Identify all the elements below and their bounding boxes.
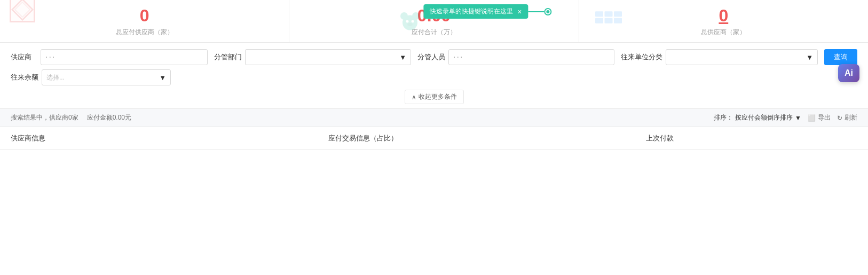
supplier-label: 供应商: [11, 52, 37, 62]
results-summary: 搜索结果中，供应商0家 应付金额0.00元: [11, 113, 131, 122]
unit-category-arrow-icon: ▼: [806, 53, 813, 61]
export-button[interactable]: ⬜ 导出: [808, 113, 831, 122]
results-summary-text: 搜索结果中，供应商0家: [11, 113, 78, 122]
tooltip-balloon: 快速录单的快捷键说明在这里 ×: [423, 4, 528, 19]
table-body: [0, 150, 868, 275]
svg-rect-11: [595, 18, 603, 23]
svg-point-4: [412, 12, 420, 20]
svg-rect-13: [614, 18, 622, 23]
unit-category-select[interactable]: ▼: [666, 49, 818, 65]
filter-row-1: 供应商 ··· 分管部门 ▼ 分管人员 ··· 往来单位分类 ▼: [11, 49, 857, 65]
ai-button[interactable]: Ai: [838, 64, 859, 82]
tooltip-close-button[interactable]: ×: [517, 8, 522, 15]
export-label: 导出: [818, 113, 831, 122]
svg-rect-12: [604, 18, 612, 23]
stats-total-suppliers: 0 总供应商（家）: [579, 0, 868, 42]
department-label: 分管部门: [214, 52, 242, 62]
stats-total-payable-suppliers: 0 总应付供应商（家）: [0, 0, 289, 42]
balance-arrow-icon: ▼: [159, 74, 166, 82]
stats-bar: 0 总应付供应商（家） 快速录单的快捷键说明在这里 × 0.00 应付合计（万）: [0, 0, 868, 43]
table-header: 供应商信息 应付交易信息（占比） 上次付款: [0, 127, 868, 150]
bear-icon: [397, 8, 423, 35]
filter-row-2: 往来余额 选择... ▼: [11, 69, 857, 85]
svg-rect-10: [614, 11, 622, 17]
diamond-icon: [10, 0, 35, 22]
svg-rect-8: [595, 11, 603, 17]
supplier-input[interactable]: ···: [41, 49, 208, 65]
collapse-label: 收起更多条件: [419, 92, 457, 101]
results-amount-text: 应付金额0.00元: [87, 113, 131, 122]
balance-label: 往来余额: [11, 73, 38, 82]
filter-bar: 供应商 ··· 分管部门 ▼ 分管人员 ··· 往来单位分类 ▼: [0, 43, 868, 109]
person-filter: 分管人员 ···: [417, 49, 614, 65]
svg-point-7: [407, 23, 413, 26]
stats-payable-total: 快速录单的快捷键说明在这里 × 0.00 应付合计（万）: [289, 0, 579, 42]
col-last-payment-header: 上次付款: [646, 133, 858, 143]
supplier-dots: ···: [45, 52, 56, 62]
unit-category-filter: 往来单位分类 ▼: [621, 49, 818, 65]
refresh-icon: ↻: [837, 114, 842, 122]
export-icon: ⬜: [808, 114, 816, 122]
svg-point-3: [400, 12, 408, 20]
collapse-row: ∧ 收起更多条件: [11, 90, 857, 104]
query-button[interactable]: 查询: [824, 49, 857, 65]
svg-point-5: [406, 20, 408, 22]
unit-category-label: 往来单位分类: [621, 52, 662, 62]
grid-icon: [595, 11, 622, 32]
sort-value: 按应付会额倒序排序: [735, 113, 793, 122]
total-payable-label: 总应付供应商（家）: [116, 28, 173, 37]
results-actions: 排序： 按应付会额倒序排序 ▼ ⬜ 导出 ↻ 刷新: [714, 113, 857, 122]
department-arrow-icon: ▼: [399, 53, 406, 61]
col-supplier-header: 供应商信息: [11, 133, 328, 143]
svg-point-6: [411, 20, 414, 22]
person-input[interactable]: ···: [448, 49, 614, 65]
collapse-button[interactable]: ∧ 收起更多条件: [405, 90, 464, 104]
refresh-button[interactable]: ↻ 刷新: [837, 113, 857, 122]
total-payable-number: 0: [140, 5, 149, 26]
department-filter: 分管部门 ▼: [214, 49, 411, 65]
balance-placeholder: 选择...: [46, 73, 65, 82]
person-dots: ···: [453, 52, 463, 62]
total-suppliers-number: 0: [719, 5, 728, 26]
results-bar: 搜索结果中，供应商0家 应付金额0.00元 排序： 按应付会额倒序排序 ▼ ⬜ …: [0, 109, 868, 127]
tooltip-dot: [546, 9, 551, 14]
tooltip-text: 快速录单的快捷键说明在这里: [430, 7, 513, 16]
person-label: 分管人员: [417, 52, 445, 62]
svg-rect-9: [604, 11, 612, 17]
table: 供应商信息 应付交易信息（占比） 上次付款: [0, 127, 868, 275]
collapse-chevron-icon: ∧: [412, 93, 416, 101]
refresh-label: 刷新: [845, 113, 857, 122]
department-select[interactable]: ▼: [245, 49, 411, 65]
sort-select[interactable]: 排序： 按应付会额倒序排序 ▼: [714, 113, 801, 122]
balance-filter: 往来余额 选择... ▼: [11, 69, 171, 85]
balance-select[interactable]: 选择... ▼: [42, 69, 171, 85]
supplier-filter: 供应商 ···: [11, 49, 208, 65]
sort-arrow-icon: ▼: [795, 114, 801, 122]
sort-label: 排序：: [714, 113, 733, 122]
col-transaction-header: 应付交易信息（占比）: [328, 133, 646, 143]
total-suppliers-label: 总供应商（家）: [701, 28, 746, 37]
